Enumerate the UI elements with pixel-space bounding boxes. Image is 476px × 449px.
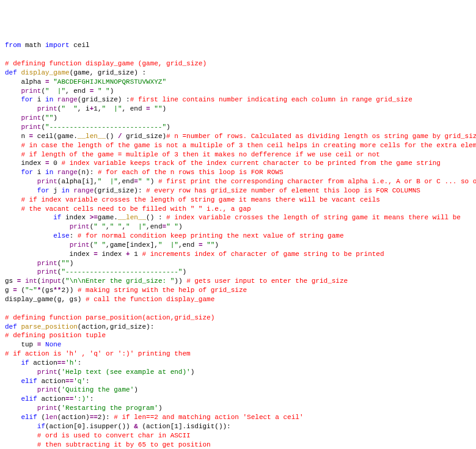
number: 1 [134, 250, 138, 258]
indent [5, 414, 21, 421]
string: ':)' [73, 395, 89, 403]
paren: ) [214, 241, 219, 249]
paren: ) [53, 114, 57, 122]
op: = [45, 159, 49, 167]
op: ** [53, 287, 61, 294]
comment: # then subtracting it by 65 to get posit… [5, 441, 211, 448]
text: index [5, 250, 93, 258]
paren: ) [191, 368, 195, 376]
text: : [70, 232, 78, 239]
text: gs [5, 277, 17, 285]
keyword-if: if [37, 423, 45, 430]
string: 'Quiting the game' [61, 386, 134, 393]
paren: ) [134, 386, 138, 393]
comment: # index variable keeps track of the inde… [61, 159, 441, 167]
string: "~" [25, 287, 37, 294]
comment: # for normal condition keep printing the… [78, 232, 344, 239]
params: (action,grid_size): [78, 323, 154, 330]
builtin-print: print [21, 123, 41, 131]
string: " " [93, 223, 106, 230]
builtin-range: range [57, 169, 78, 176]
indent [5, 423, 37, 430]
builtin-print: print [21, 87, 41, 95]
keyword-in: in [45, 96, 53, 103]
text: ].isdigit()): [178, 423, 231, 430]
keyword-for: for [21, 169, 33, 176]
builtin-print: print [70, 241, 90, 249]
comment: # ord is used to convert char in ASCII [5, 432, 191, 439]
paren: ) [178, 223, 183, 230]
string: " " [61, 105, 77, 112]
function-name: parse_position [21, 323, 77, 330]
builtin-print: print [70, 223, 90, 230]
paren: ) [182, 268, 186, 276]
op: = [199, 241, 203, 249]
indent [5, 96, 21, 103]
space [53, 169, 57, 176]
op: + [126, 250, 130, 258]
comment: # every row has grid_size number of elem… [146, 187, 420, 194]
function-name: display_game [21, 69, 69, 76]
space [138, 250, 142, 258]
string: "" [154, 105, 162, 112]
comment: # if len==2 and matching action 'Select … [114, 414, 303, 421]
comment: # n =number of rows. Calculated as divid… [166, 133, 476, 140]
indent [5, 214, 53, 221]
paren: ) [110, 87, 114, 95]
string: " " [166, 223, 178, 230]
builtin-print: print [37, 178, 57, 185]
string: " " [138, 178, 150, 185]
string: "----------------------------" [45, 123, 166, 131]
comment: # if length of the game = multiple of 3 … [5, 151, 380, 158]
code-block: from math import ceil # defining functio… [5, 41, 471, 449]
comment: # defining position tuple [5, 332, 106, 339]
text: grid_size) [122, 133, 166, 140]
text: action [29, 359, 57, 367]
text: ceil(game. [33, 133, 78, 140]
op: = [13, 287, 17, 294]
builtin-int: int [25, 277, 37, 285]
text: game. [98, 214, 118, 221]
keyword-elif: elif [21, 378, 37, 385]
text: index [61, 214, 89, 221]
colon: : [90, 395, 94, 403]
indent [5, 260, 37, 267]
comment: # increments index of character of game … [142, 250, 384, 258]
text: i [33, 96, 45, 103]
string: 'Restarting the program' [61, 404, 158, 412]
op: & [134, 423, 138, 430]
indent [5, 87, 21, 95]
indent [5, 241, 70, 249]
text: ,end [146, 223, 162, 230]
builtin-range: range [73, 187, 93, 194]
text: i [33, 169, 45, 176]
builtin-print: print [37, 386, 57, 393]
builtin-print: print [37, 404, 57, 412]
string: " |" [158, 241, 178, 249]
indent [5, 378, 21, 385]
text: () [106, 133, 118, 140]
keyword-else: else [53, 232, 69, 239]
indent [5, 386, 37, 393]
text: ].isupper()) [81, 423, 134, 430]
string: 'h' [65, 359, 78, 367]
keyword-if: if [21, 359, 29, 367]
string: "ABCDEFGHIJKLMNOPQRSTUVWXYZ" [53, 78, 166, 86]
paren: ) [163, 105, 167, 112]
space [93, 87, 98, 95]
indent [5, 359, 21, 367]
text: () : [146, 214, 166, 221]
string: 'q' [73, 378, 86, 385]
comment: # first print the corresponding characte… [158, 178, 476, 185]
keyword-for: for [21, 96, 33, 103]
op: == [90, 414, 98, 421]
text: (action) [57, 414, 90, 421]
string: "\n\nEnter the grid_size: " [65, 277, 174, 285]
text: index [5, 159, 45, 167]
text: action [37, 378, 65, 385]
text: n [5, 133, 29, 140]
keyword-def: def [5, 69, 17, 76]
string: " |" [98, 178, 118, 185]
op: >= [90, 214, 98, 221]
keyword-import: import [45, 42, 70, 49]
